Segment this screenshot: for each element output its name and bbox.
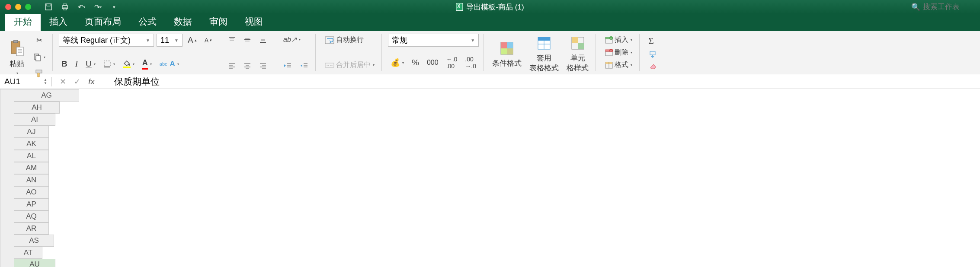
redo-icon[interactable]: ↷▾ [93,3,102,11]
wrap-text-button[interactable]: 自动换行 [322,34,366,46]
font-color-button[interactable]: A▾ [140,57,154,71]
cell-style-icon [570,35,586,51]
paste-dropdown[interactable]: ▾ [16,71,18,75]
save-icon[interactable] [44,3,53,11]
decrease-indent-button[interactable] [281,60,295,71]
increase-indent-button[interactable] [297,60,311,71]
increase-font-button[interactable]: A▴ [185,34,199,47]
chevron-down-icon: ▼ [467,38,475,43]
align-bottom-button[interactable] [256,34,269,45]
confirm-formula-button[interactable]: ✓ [74,77,80,86]
format-cells-button[interactable]: 格式▾ [602,59,635,71]
column-header-AK[interactable]: AK [14,138,49,150]
number-format-combo[interactable]: 常规▼ [388,34,479,47]
column-header-AQ[interactable]: AQ [14,210,49,222]
cancel-formula-button[interactable]: ✕ [60,77,66,86]
name-box-spinner[interactable]: ▲▼ [44,78,47,85]
orientation-icon: ab↗ [283,35,297,44]
font-size-value: 11 [160,36,169,45]
number-group: 常规▼ 💰▾ % 000 ←.0.00 .00→.0 [384,34,484,71]
select-all-corner[interactable] [0,89,14,267]
align-right-icon [259,62,267,70]
ribbon-tabs: 开始插入页面布局公式数据审阅视图 [0,14,980,31]
bold-button[interactable]: B [59,57,70,70]
conditional-format-button[interactable]: 条件格式 [490,39,524,70]
align-left-icon [228,62,236,70]
format-table-button[interactable]: 套用 表格格式 [527,34,561,75]
wrap-label: 自动换行 [336,35,364,44]
fx-icon[interactable]: fx [88,77,101,86]
currency-button[interactable]: 💰▾ [388,56,407,69]
print-icon[interactable] [61,3,69,11]
indent-icon [300,62,308,70]
insert-cells-button[interactable]: +插入▾ [602,34,635,46]
undo-icon[interactable]: ↶▾ [77,3,86,11]
column-header-AH[interactable]: AH [14,102,60,114]
qat-customize-icon[interactable]: ▾ [110,3,118,11]
align-bottom-icon [259,36,267,44]
cond-fmt-icon [499,41,515,56]
tab-开始[interactable]: 开始 [5,12,41,31]
increase-decimal-button[interactable]: ←.0.00 [444,54,460,71]
tab-审阅[interactable]: 审阅 [201,12,236,31]
clear-button[interactable] [646,60,660,71]
column-header-AT[interactable]: AT [14,247,42,259]
svg-text:+: + [610,36,612,40]
copy-button[interactable]: ▾ [30,51,48,63]
column-header-AM[interactable]: AM [14,162,49,174]
name-box[interactable]: AU1 ▲▼ [0,77,52,86]
column-header-AR[interactable]: AR [14,222,49,235]
workbook-search[interactable]: 🔍 [911,3,975,12]
border-button[interactable]: ▾ [101,58,118,70]
insert-label: 插入 [615,35,628,44]
align-center-button[interactable] [241,60,254,71]
font-size-combo[interactable]: 11▼ [157,34,183,47]
align-right-button[interactable] [256,60,269,71]
paste-button[interactable]: 粘贴 [6,38,28,70]
close-window-button[interactable] [5,4,11,10]
column-header-AL[interactable]: AL [14,150,49,162]
fill-color-button[interactable]: ▾ [120,58,137,70]
formula-input[interactable] [109,76,980,87]
column-header-AO[interactable]: AO [14,186,49,198]
tab-公式[interactable]: 公式 [130,12,165,31]
tab-视图[interactable]: 视图 [236,12,272,31]
cut-button[interactable]: ✂ [32,34,47,47]
font-color-icon: A [142,58,148,70]
column-header-AP[interactable]: AP [14,198,49,210]
tab-插入[interactable]: 插入 [41,12,76,31]
decrease-decimal-button[interactable]: .00→.0 [462,54,479,71]
svg-rect-50 [507,48,513,54]
maximize-window-button[interactable] [25,4,31,10]
tab-数据[interactable]: 数据 [165,12,201,31]
align-top-button[interactable] [225,34,238,45]
percent-button[interactable]: % [409,56,422,69]
column-header-AJ[interactable]: AJ [14,126,49,138]
phonetic-button[interactable]: abcA▾ [157,58,182,70]
svg-rect-57 [578,43,584,49]
column-header-AN[interactable]: AN [14,174,49,186]
fill-button[interactable] [646,49,660,60]
search-input[interactable] [923,3,975,11]
font-group: 等线 Regular (正文)▼ 11▼ A▴ A▾ B I U▾ ▾ ▾ A▾… [54,34,219,71]
column-header-AU[interactable]: AU [14,259,55,267]
decrease-font-button[interactable]: A▾ [202,35,215,45]
comma-button[interactable]: 000 [424,57,441,68]
column-header-AG[interactable]: AG [14,89,79,102]
delete-cells-button[interactable]: ×删除▾ [602,46,635,59]
italic-button[interactable]: I [73,57,80,70]
align-middle-button[interactable] [241,34,254,45]
column-header-AS[interactable]: AS [14,235,54,247]
cell-styles-button[interactable]: 单元 格样式 [564,34,591,75]
font-name-combo[interactable]: 等线 Regular (正文)▼ [59,34,154,47]
orientation-button[interactable]: ab↗▾ [281,34,303,45]
title-bar: ↶▾ ↷▾ ▾ 导出模板-商品 (1) 🔍 [0,0,980,14]
autosum-button[interactable]: Σ [646,34,660,48]
column-header-AI[interactable]: AI [14,114,55,126]
underline-button[interactable]: U▾ [83,57,98,70]
merge-center-button[interactable]: 合并后居中▾ [322,59,377,71]
chevron-down-icon: ▼ [171,38,179,43]
minimize-window-button[interactable] [15,4,21,10]
tab-页面布局[interactable]: 页面布局 [76,12,130,31]
align-left-button[interactable] [225,60,238,71]
